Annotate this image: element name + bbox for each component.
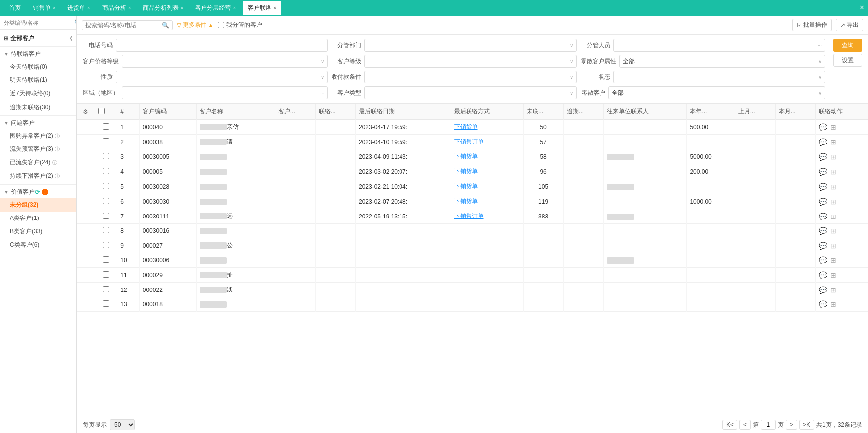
sidebar-item-tomorrow[interactable]: 明天待联络(1) (0, 73, 76, 87)
payment-select[interactable]: ∨ (364, 71, 576, 83)
more-conditions-btn[interactable]: ▽ 更多条件 ▲ (177, 21, 214, 29)
manager-select[interactable]: ··· (613, 39, 825, 52)
row-select-checkbox[interactable] (103, 153, 109, 159)
tab-purchase[interactable]: 进货单 × (63, 1, 95, 15)
sidebar-item-lost[interactable]: 已流失客户(24) ⓘ (0, 156, 76, 169)
row-select-checkbox[interactable] (103, 123, 109, 130)
message-icon[interactable]: 💬 (819, 227, 827, 235)
contact-method-link[interactable]: 下销售订单 (454, 213, 484, 219)
sidebar-item-warning[interactable]: 流失预警客户(3) ⓘ (0, 143, 76, 156)
message-icon[interactable]: 💬 (819, 198, 827, 206)
row-select-checkbox[interactable] (103, 271, 109, 278)
export-btn[interactable]: ↗ 导出 (836, 19, 863, 31)
collapse-icon[interactable]: 《 (67, 35, 72, 42)
message-icon[interactable]: 💬 (819, 138, 827, 146)
sidebar-value-group[interactable]: ▼ 价值客户 ⟳ ! (0, 186, 76, 198)
search-icon[interactable]: 🔍 (162, 22, 169, 29)
row-select-checkbox[interactable] (103, 286, 109, 292)
prev-page-btn[interactable]: < (739, 420, 751, 430)
customer-type-select[interactable]: ∨ (364, 86, 576, 99)
next-page-btn[interactable]: > (786, 420, 797, 430)
tab-customer-contact-close[interactable]: × (273, 5, 276, 11)
col-settings[interactable]: ⚙ (77, 104, 95, 120)
message-icon[interactable]: 💬 (819, 213, 827, 220)
grid-action-icon[interactable]: ⊞ (830, 183, 836, 191)
row-select-checkbox[interactable] (103, 168, 109, 174)
page-number-input[interactable] (761, 420, 776, 430)
tab-product-analysis-list-close[interactable]: × (181, 5, 184, 11)
message-icon[interactable]: 💬 (819, 123, 827, 131)
tab-product-analysis-close[interactable]: × (128, 5, 131, 11)
tab-sales[interactable]: 销售单 × (28, 1, 61, 15)
contact-method-link[interactable]: 下销货单 (454, 123, 478, 130)
page-size-select[interactable]: 50 100 200 (110, 419, 135, 430)
tab-product-analysis[interactable]: 商品分析 × (97, 1, 136, 15)
sidebar-item-7days[interactable]: 近7天待联络(0) (0, 87, 76, 100)
sidebar-item-class-a[interactable]: A类客户(1) (0, 212, 76, 225)
close-all-tabs[interactable]: × (860, 3, 864, 12)
refresh-icon[interactable]: ⟳ (35, 188, 40, 196)
message-icon[interactable]: 💬 (819, 168, 827, 176)
grid-action-icon[interactable]: ⊞ (830, 286, 836, 294)
sidebar-item-class-c[interactable]: C类客户(6) (0, 238, 76, 252)
tab-customer-contact[interactable]: 客户联络 × (243, 1, 281, 15)
region-select[interactable]: ··· (122, 86, 328, 99)
row-select-checkbox[interactable] (103, 183, 109, 189)
grid-action-icon[interactable]: ⊞ (830, 271, 836, 279)
contact-method-link[interactable]: 下销货单 (454, 153, 478, 160)
tab-customer-segment-close[interactable]: × (233, 5, 236, 11)
tab-home[interactable]: 首页 (4, 1, 26, 15)
row-select-checkbox[interactable] (103, 213, 109, 219)
grid-action-icon[interactable]: ⊞ (830, 138, 836, 146)
row-select-checkbox[interactable] (103, 242, 109, 248)
phone-input[interactable] (116, 39, 328, 52)
scatter-attr-select[interactable]: 全部 ∨ (619, 55, 825, 68)
manager-more[interactable]: ··· (818, 43, 822, 48)
contact-method-link[interactable]: 下销货单 (454, 183, 478, 190)
grid-action-icon[interactable]: ⊞ (830, 153, 836, 161)
sidebar-search-input[interactable] (4, 20, 72, 26)
status-select[interactable]: ∨ (613, 71, 825, 83)
row-select-checkbox[interactable] (103, 227, 109, 233)
message-icon[interactable]: 💬 (819, 300, 827, 308)
last-page-btn[interactable]: >K (799, 420, 814, 430)
message-icon[interactable]: 💬 (819, 242, 827, 250)
sidebar-item-abnormal[interactable]: 囤购异常客户(2) ⓘ (0, 129, 76, 143)
message-icon[interactable]: 💬 (819, 271, 827, 279)
first-page-btn[interactable]: K< (722, 420, 737, 430)
price-level-select[interactable]: ∨ (122, 55, 328, 68)
query-btn[interactable]: 查询 (833, 39, 862, 52)
sidebar-all-customers[interactable]: ⊞ 全部客户 《 (0, 32, 76, 45)
grid-action-icon[interactable]: ⊞ (830, 213, 836, 220)
grid-action-icon[interactable]: ⊞ (830, 168, 836, 176)
row-select-checkbox[interactable] (103, 300, 109, 307)
tab-sales-close[interactable]: × (53, 5, 56, 11)
search-input[interactable] (85, 22, 160, 29)
tab-purchase-close[interactable]: × (87, 5, 90, 11)
grid-action-icon[interactable]: ⊞ (830, 198, 836, 206)
message-icon[interactable]: 💬 (819, 286, 827, 294)
reset-btn[interactable]: 设置 (833, 54, 862, 67)
sidebar-item-today[interactable]: 今天待联络(0) (0, 60, 76, 73)
nature-select[interactable]: ∨ (116, 71, 328, 83)
contact-method-link[interactable]: 下销售订单 (454, 138, 484, 145)
contact-method-link[interactable]: 下销货单 (454, 168, 478, 175)
batch-operation-btn[interactable]: ☑ 批量操作 (792, 19, 832, 31)
contact-method-link[interactable]: 下销货单 (454, 198, 478, 205)
message-icon[interactable]: 💬 (819, 183, 827, 191)
grid-action-icon[interactable]: ⊞ (830, 300, 836, 308)
tab-customer-segment[interactable]: 客户分层经营 × (190, 1, 241, 15)
sidebar-pending-group[interactable]: ▼ 待联络客户 (0, 48, 76, 60)
dept-select[interactable]: ∨ (364, 39, 576, 52)
grid-action-icon[interactable]: ⊞ (830, 123, 836, 131)
message-icon[interactable]: 💬 (819, 256, 827, 264)
sidebar-item-unclassified[interactable]: 未分组(32) (0, 198, 76, 212)
grid-action-icon[interactable]: ⊞ (830, 256, 836, 264)
grid-action-icon[interactable]: ⊞ (830, 227, 836, 235)
scatter-customer-select[interactable]: 全部 ∨ (608, 86, 825, 99)
row-select-checkbox[interactable] (103, 256, 109, 263)
region-more[interactable]: ··· (320, 90, 324, 96)
tab-product-analysis-list[interactable]: 商品分析列表 × (138, 1, 189, 15)
sidebar-item-class-b[interactable]: B类客户(33) (0, 225, 76, 238)
sidebar-item-declining[interactable]: 持续下滑客户(2) ⓘ (0, 169, 76, 183)
